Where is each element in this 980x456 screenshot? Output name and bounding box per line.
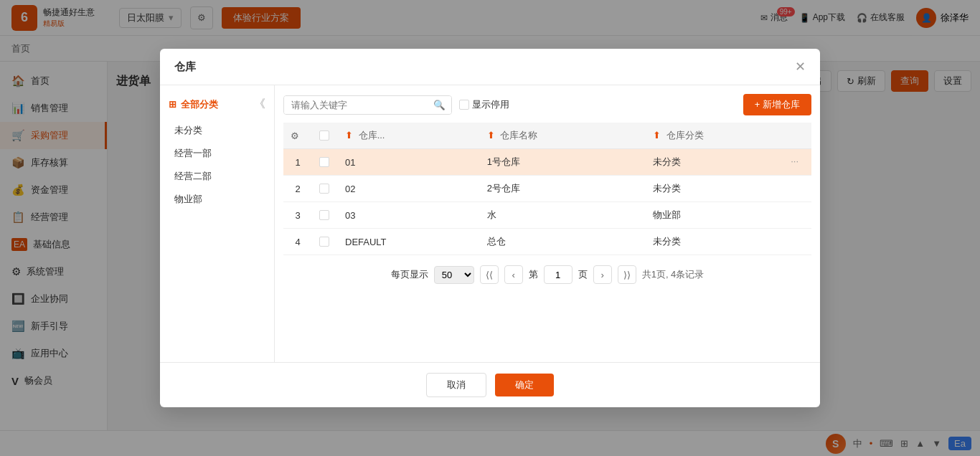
cancel-button[interactable]: 取消 xyxy=(426,373,486,397)
show-disabled-checkbox[interactable] xyxy=(459,100,469,110)
category-collapse-icon[interactable]: 《 xyxy=(254,97,265,112)
row-code: 03 xyxy=(338,202,480,229)
category-item-dept2[interactable]: 经营二部 xyxy=(160,165,274,188)
search-box: 🔍 xyxy=(283,95,452,115)
row-checkbox[interactable] xyxy=(319,184,329,194)
col-category: ⬆ 仓库分类 xyxy=(646,123,811,149)
category-item-dept1[interactable]: 经营一部 xyxy=(160,142,274,165)
row-name: 水 xyxy=(480,202,646,229)
last-page-button[interactable]: ⟩⟩ xyxy=(618,265,636,284)
table-row[interactable]: 1 01 1号仓库 未分类··· xyxy=(283,149,811,176)
show-disabled-text: 显示停用 xyxy=(472,98,509,111)
row-name: 总仓 xyxy=(480,229,646,255)
table-toolbar: 🔍 显示停用 + 新增仓库 xyxy=(283,94,811,115)
row-checkbox[interactable] xyxy=(319,237,329,247)
col-gear: ⚙ xyxy=(283,123,312,149)
page-number-input[interactable] xyxy=(544,265,573,284)
add-warehouse-button[interactable]: + 新增仓库 xyxy=(743,94,811,115)
category-panel: ⊞ 全部分类 《 未分类 经营一部 经营二部 物业部 xyxy=(160,85,275,362)
grid-icon: ⊞ xyxy=(169,99,176,110)
sort-icon-name: ⬆ xyxy=(487,130,495,141)
row-code: 02 xyxy=(338,176,480,202)
table-panel: 🔍 显示停用 + 新增仓库 ⚙ xyxy=(275,85,820,362)
col-code: ⬆ 仓库... xyxy=(338,123,480,149)
modal-title: 仓库 xyxy=(174,60,196,74)
table-row[interactable]: 2 02 2号仓库 未分类 xyxy=(283,176,811,202)
prev-page-button[interactable]: ‹ xyxy=(504,265,523,284)
row-code: 01 xyxy=(338,149,480,176)
close-icon[interactable]: ✕ xyxy=(795,59,806,75)
row-checkbox[interactable] xyxy=(319,210,329,220)
row-checkbox-cell xyxy=(312,229,338,255)
category-all-label: 全部分类 xyxy=(181,98,218,111)
first-page-button[interactable]: ⟨⟨ xyxy=(480,265,499,284)
row-category: 物业部 xyxy=(646,202,811,229)
row-category: 未分类··· xyxy=(646,149,811,176)
table-row[interactable]: 3 03 水 物业部 xyxy=(283,202,811,229)
show-disabled-label[interactable]: 显示停用 xyxy=(459,98,509,111)
select-all-checkbox[interactable] xyxy=(319,130,329,141)
sort-icon-category: ⬆ xyxy=(653,130,661,141)
row-checkbox-cell xyxy=(312,149,338,176)
row-gear: 3 xyxy=(283,202,312,229)
warehouse-table: ⚙ ⬆ 仓库... ⬆ 仓库名称 xyxy=(283,123,811,255)
table-row[interactable]: 4 DEFAULT 总仓 未分类 xyxy=(283,229,811,255)
modal-header: 仓库 ✕ xyxy=(160,49,820,85)
category-header: ⊞ 全部分类 《 xyxy=(160,92,274,119)
row-code: DEFAULT xyxy=(338,229,480,255)
row-checkbox-cell xyxy=(312,176,338,202)
category-all[interactable]: ⊞ 全部分类 xyxy=(169,98,218,111)
gear-icon: ⚙ xyxy=(291,130,299,141)
modal-overlay[interactable]: 仓库 ✕ ⊞ 全部分类 《 未分类 经营一部 经营二部 物业部 xyxy=(0,0,980,456)
row-category: 未分类 xyxy=(646,176,811,202)
col-name: ⬆ 仓库名称 xyxy=(480,123,646,149)
row-name: 1号仓库 xyxy=(480,149,646,176)
row-name: 2号仓库 xyxy=(480,176,646,202)
search-area: 🔍 显示停用 xyxy=(283,95,509,115)
sort-icon-code: ⬆ xyxy=(345,130,353,141)
next-page-button[interactable]: › xyxy=(593,265,612,284)
search-input[interactable] xyxy=(284,96,428,114)
category-item-unclassified[interactable]: 未分类 xyxy=(160,119,274,142)
confirm-button[interactable]: 确定 xyxy=(495,374,554,396)
row-checkbox[interactable] xyxy=(319,157,329,167)
page-unit: 页 xyxy=(578,268,588,281)
per-page-label: 每页显示 xyxy=(391,268,428,281)
category-item-property[interactable]: 物业部 xyxy=(160,188,274,211)
total-info: 共1页, 4条记录 xyxy=(642,268,705,281)
row-gear: 1 xyxy=(283,149,312,176)
search-button[interactable]: 🔍 xyxy=(428,96,451,114)
page-label: 第 xyxy=(529,268,538,281)
row-gear: 2 xyxy=(283,176,312,202)
modal-footer: 取消 确定 xyxy=(160,362,820,407)
row-category: 未分类 xyxy=(646,229,811,255)
row-gear: 4 xyxy=(283,229,312,255)
modal-body: ⊞ 全部分类 《 未分类 经营一部 经营二部 物业部 🔍 xyxy=(160,85,820,362)
warehouse-modal: 仓库 ✕ ⊞ 全部分类 《 未分类 经营一部 经营二部 物业部 xyxy=(160,49,820,407)
per-page-select[interactable]: 50 20 100 xyxy=(434,266,474,284)
col-check xyxy=(312,123,338,149)
pagination-bar: 每页显示 50 20 100 ⟨⟨ ‹ 第 页 › ⟩⟩ 共1页, 4条记录 xyxy=(283,255,811,287)
row-checkbox-cell xyxy=(312,202,338,229)
